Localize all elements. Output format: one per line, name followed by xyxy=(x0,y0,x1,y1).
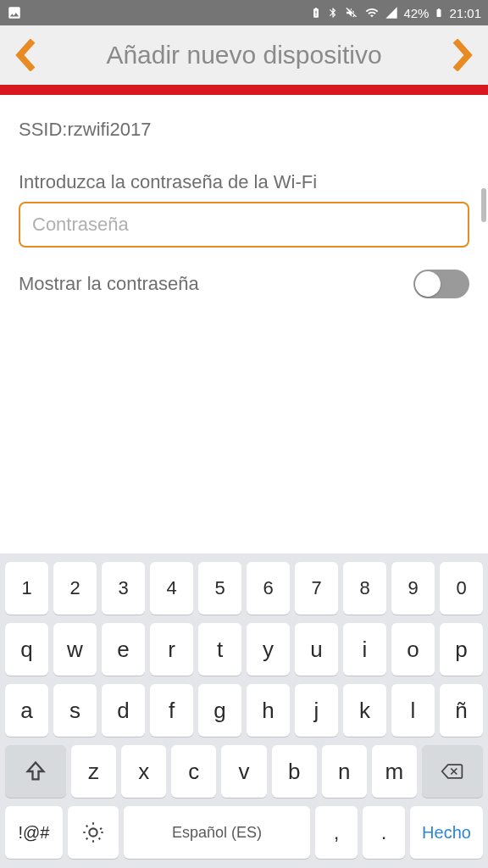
key-b[interactable]: b xyxy=(272,745,317,798)
key-u[interactable]: u xyxy=(295,623,338,676)
ssid-label: SSID: xyxy=(19,119,67,140)
signal-icon xyxy=(385,6,398,19)
mute-icon xyxy=(344,6,359,19)
key-z[interactable]: z xyxy=(71,745,116,798)
key-3[interactable]: 3 xyxy=(102,562,145,615)
wifi-icon xyxy=(364,6,380,19)
toggle-knob xyxy=(415,271,441,297)
key-l[interactable]: l xyxy=(391,684,435,737)
show-password-label: Mostrar la contraseña xyxy=(19,273,199,295)
back-button[interactable] xyxy=(14,39,39,71)
key-w[interactable]: w xyxy=(53,623,97,676)
key-d[interactable]: d xyxy=(102,684,145,737)
key-m[interactable]: m xyxy=(372,745,417,798)
key-6[interactable]: 6 xyxy=(247,562,290,615)
status-bar: 42% 21:01 xyxy=(0,0,488,25)
key-o[interactable]: o xyxy=(391,623,435,676)
key-a[interactable]: a xyxy=(5,684,48,737)
soft-keyboard: 1234567890 qwertyuiop asdfghjklñ zxcvbnm… xyxy=(0,554,488,868)
key-r[interactable]: r xyxy=(150,623,193,676)
picture-icon xyxy=(7,5,22,20)
app-header: Añadir nuevo dispositivo xyxy=(0,25,488,85)
key-7[interactable]: 7 xyxy=(295,562,338,615)
main-content: SSID:rzwifi2017 Introduzca la contraseña… xyxy=(0,95,488,298)
key-g[interactable]: g xyxy=(198,684,241,737)
battery-icon xyxy=(434,5,444,20)
keyboard-settings-key[interactable] xyxy=(68,806,119,859)
key-2[interactable]: 2 xyxy=(53,562,97,615)
shift-key[interactable] xyxy=(5,745,66,798)
key-x[interactable]: x xyxy=(121,745,166,798)
key-ñ[interactable]: ñ xyxy=(440,684,483,737)
show-password-toggle[interactable] xyxy=(413,270,469,298)
key-n[interactable]: n xyxy=(322,745,367,798)
key-j[interactable]: j xyxy=(295,684,338,737)
key-9[interactable]: 9 xyxy=(391,562,435,615)
clock: 21:01 xyxy=(449,6,481,20)
backspace-key[interactable] xyxy=(422,745,483,798)
key-i[interactable]: i xyxy=(343,623,386,676)
key-4[interactable]: 4 xyxy=(150,562,193,615)
key-k[interactable]: k xyxy=(343,684,386,737)
divider-bar xyxy=(0,85,488,95)
password-label: Introduzca la contraseña de la Wi-Fi xyxy=(19,171,469,193)
key-5[interactable]: 5 xyxy=(198,562,241,615)
key-f[interactable]: f xyxy=(150,684,193,737)
ssid-value: rzwifi2017 xyxy=(67,119,151,140)
key-8[interactable]: 8 xyxy=(343,562,386,615)
space-key[interactable]: Español (ES) xyxy=(124,806,310,859)
page-title: Añadir nuevo dispositivo xyxy=(106,41,381,70)
key-s[interactable]: s xyxy=(53,684,97,737)
key-e[interactable]: e xyxy=(102,623,145,676)
key-1[interactable]: 1 xyxy=(5,562,48,615)
key-h[interactable]: h xyxy=(247,684,290,737)
scrollbar[interactable] xyxy=(481,188,486,222)
password-input[interactable] xyxy=(19,202,469,248)
key-y[interactable]: y xyxy=(247,623,290,676)
battery-saver-icon xyxy=(310,6,322,19)
period-key[interactable]: . xyxy=(363,806,405,859)
ssid-line: SSID:rzwifi2017 xyxy=(19,119,469,141)
forward-button[interactable] xyxy=(449,39,474,71)
key-0[interactable]: 0 xyxy=(440,562,483,615)
key-c[interactable]: c xyxy=(171,745,216,798)
symbols-key[interactable]: !@# xyxy=(5,806,63,859)
key-v[interactable]: v xyxy=(221,745,266,798)
key-p[interactable]: p xyxy=(440,623,483,676)
comma-key[interactable]: , xyxy=(315,806,358,859)
done-key[interactable]: Hecho xyxy=(410,806,483,859)
bluetooth-icon xyxy=(327,6,339,19)
key-t[interactable]: t xyxy=(198,623,241,676)
battery-percent: 42% xyxy=(403,6,429,20)
key-q[interactable]: q xyxy=(5,623,48,676)
